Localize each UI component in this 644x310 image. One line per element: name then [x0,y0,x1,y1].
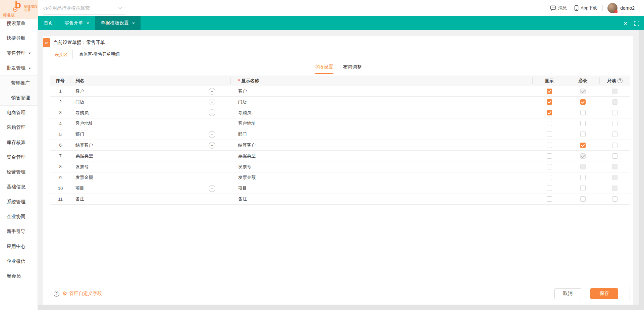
readonly-checkbox[interactable] [612,99,618,105]
display-name-cell[interactable]: 票据类型 [231,151,533,161]
sidebar-item-label: 采购管理 [7,124,25,131]
required-checkbox[interactable] [580,121,586,126]
display-name-cell[interactable]: 门店 [231,97,533,107]
display-name-cell[interactable]: 导购员 [231,107,533,118]
sidebar-item[interactable]: 新手引导 [0,224,38,239]
readonly-cell [600,97,630,107]
column-name: 导购员 [75,110,89,116]
manage-custom-fields-link[interactable]: 管理自定义字段 [69,291,102,297]
close-icon[interactable]: ✕ [623,21,628,26]
sidebar-item[interactable]: 资金管理 [0,150,38,165]
fullscreen-icon[interactable] [634,21,639,26]
sidebar-item[interactable]: 系统管理 [0,195,38,209]
tab-layout-adjust[interactable]: 布局调整 [343,64,362,73]
sidebar-item[interactable]: 批发管理 ▲ [0,61,38,75]
readonly-checkbox[interactable] [612,186,618,191]
show-checkbox[interactable] [547,89,552,94]
required-checkbox[interactable] [580,196,586,202]
required-checkbox[interactable] [580,99,586,105]
readonly-checkbox[interactable] [612,89,618,94]
sidebar-item[interactable]: 电商管理 [0,105,38,120]
tab-field-settings[interactable]: 字段设置 [315,64,333,74]
readonly-checkbox[interactable] [612,132,618,137]
show-checkbox[interactable] [547,132,552,137]
required-cell [566,129,600,140]
display-name-cell[interactable]: 结算客户 [231,140,533,150]
display-name-cell[interactable]: 备注 [231,194,533,204]
account-set-select[interactable]: 办公用品行业模拟账套 [43,2,125,15]
display-name-cell[interactable]: 项目 [231,183,533,194]
cancel-button[interactable]: 取消 [554,288,581,299]
show-checkbox[interactable] [547,99,552,105]
sidebar-item[interactable]: 企业协同 [0,209,38,224]
add-field-icon[interactable] [209,142,215,149]
readonly-checkbox[interactable] [612,121,618,126]
show-checkbox[interactable] [547,164,552,169]
help-icon[interactable] [54,291,59,297]
readonly-checkbox[interactable] [612,175,618,180]
user-avatar[interactable] [607,3,618,13]
sidebar-item[interactable]: 营销推广 [0,75,38,90]
show-checkbox[interactable] [547,175,552,180]
username[interactable]: demo2 [620,5,635,11]
sidebar-item[interactable]: 库存核算 [0,135,38,150]
required-checkbox[interactable] [580,164,586,169]
show-checkbox[interactable] [547,153,552,159]
tab[interactable]: 零售开单 ✕ [59,16,95,30]
sidebar-item[interactable]: 零售管理 ▼ [0,46,38,61]
add-field-icon[interactable] [209,185,215,192]
readonly-checkbox[interactable] [612,196,618,202]
readonly-checkbox[interactable] [612,143,618,148]
add-field-icon[interactable] [209,109,215,116]
display-name-cell[interactable]: 发票号 [231,161,533,172]
show-checkbox[interactable] [547,143,552,148]
divider [602,5,603,11]
tab[interactable]: 单据模板设置 ✕ [95,16,141,30]
save-button[interactable]: 保存 [590,288,618,299]
tab-close-icon[interactable]: ✕ [132,21,135,25]
collapse-chevrons-icon[interactable] [43,38,50,47]
column-name-cell: 客户地址 [70,118,231,129]
readonly-checkbox[interactable] [612,164,618,169]
sidebar-item[interactable]: 快捷导航 [0,31,38,46]
required-checkbox[interactable] [580,153,586,159]
show-checkbox[interactable] [547,186,552,191]
required-checkbox[interactable] [580,175,586,180]
column-name-cell: 结算客户 [70,140,231,150]
add-field-icon[interactable] [209,88,215,95]
required-checkbox[interactable] [580,143,586,148]
app-download-button[interactable]: App下载 [574,5,597,11]
sidebar-item[interactable]: 销售管理 [0,90,38,105]
tab-header-zone[interactable]: 表头区 [50,50,73,59]
readonly-checkbox[interactable] [612,153,618,159]
tab-body-zone[interactable]: 表体区-零售开单明细 [74,49,124,59]
display-name-cell[interactable]: 客户 [231,86,533,96]
sidebar-item[interactable]: 应用中心 [0,239,38,254]
add-field-icon[interactable] [209,131,215,138]
sidebar-item[interactable]: 经营管理 [0,165,38,179]
display-name-cell[interactable]: 部门 [231,129,533,140]
messages-button[interactable]: 消息 [550,5,567,11]
required-checkbox[interactable] [580,110,586,115]
display-name-value: 票据类型 [238,153,256,159]
readonly-checkbox[interactable] [612,110,618,115]
show-checkbox[interactable] [547,110,552,115]
required-checkbox[interactable] [580,132,586,137]
readonly-help-icon[interactable] [618,78,623,83]
sidebar-item[interactable]: 畅会员 [0,269,38,283]
brand-logo[interactable]: 畅捷通好生意 标准版 [0,0,38,19]
horizontal-scrollbar[interactable] [38,305,639,310]
sidebar-item[interactable]: 基础信息 [0,179,38,194]
required-checkbox[interactable] [580,89,586,94]
add-field-icon[interactable] [209,99,215,105]
show-checkbox[interactable] [547,121,552,126]
tab[interactable]: 首页 [38,16,59,30]
vertical-scrollbar[interactable] [639,30,644,310]
sidebar-item[interactable]: 采购管理 [0,120,38,135]
display-name-cell[interactable]: 发票金额 [231,172,533,183]
sidebar-item[interactable]: 企业微信 [0,254,38,269]
tab-close-icon[interactable]: ✕ [86,21,89,25]
required-checkbox[interactable] [580,186,586,191]
display-name-cell[interactable]: 客户地址 [231,118,533,129]
show-checkbox[interactable] [547,196,552,202]
